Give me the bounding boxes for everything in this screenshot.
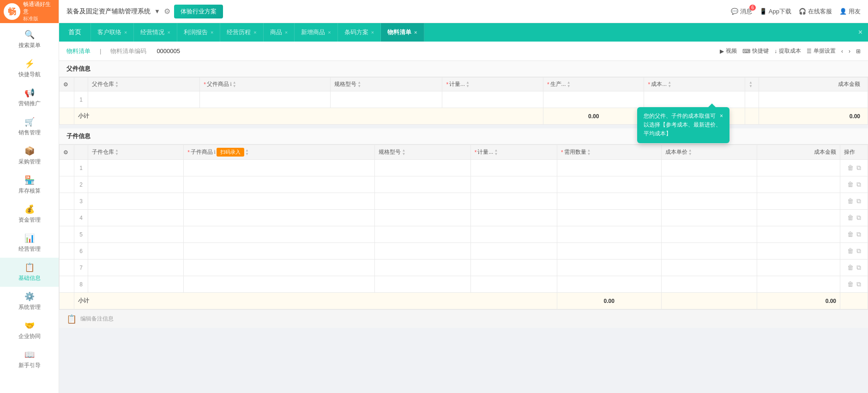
- delete-icon-3[interactable]: 🗑: [847, 197, 854, 205]
- delete-icon-8[interactable]: 🗑: [847, 280, 854, 288]
- copy-icon-6[interactable]: ⧉: [856, 247, 861, 255]
- app-download-item[interactable]: 📱 App下载: [760, 7, 791, 16]
- close-tab-bom[interactable]: ×: [414, 30, 417, 35]
- th-parent-warehouse[interactable]: 父件仓库▲▼: [88, 78, 200, 91]
- child-unit-cost-7[interactable]: [661, 260, 757, 276]
- sidebar-item-system[interactable]: ⚙️系统管理: [0, 287, 59, 316]
- child-qty-2[interactable]: [557, 176, 661, 193]
- th-child-qty[interactable]: *需用数量▲▼: [557, 145, 661, 160]
- th-child-spec[interactable]: 规格型号▲▼: [375, 145, 470, 160]
- child-warehouse-4[interactable]: [88, 210, 184, 226]
- delete-icon-4[interactable]: 🗑: [847, 214, 854, 222]
- shortcut-btn[interactable]: ⌨快捷键: [742, 47, 769, 55]
- sidebar-item-sales[interactable]: 🛒销售管理: [0, 112, 59, 141]
- tab-customers[interactable]: 客户联络×: [91, 23, 134, 42]
- child-spec-6[interactable]: [375, 243, 470, 260]
- child-unit-cost-2[interactable]: [661, 176, 757, 193]
- sidebar-item-purchase[interactable]: 📦采购管理: [0, 141, 59, 170]
- th-parent-sort[interactable]: ▲▼: [745, 78, 759, 91]
- child-warehouse-5[interactable]: [88, 226, 184, 243]
- copy-icon-8[interactable]: ⧉: [856, 280, 861, 288]
- child-unit-2[interactable]: [470, 176, 557, 193]
- th-settings-parent[interactable]: ⚙: [60, 78, 74, 91]
- child-product-6[interactable]: [184, 243, 375, 260]
- delete-icon-6[interactable]: 🗑: [847, 247, 854, 255]
- trial-button[interactable]: 体验行业方案: [174, 5, 223, 18]
- tab-add-product[interactable]: 新增商品×: [295, 23, 338, 42]
- child-product-8[interactable]: [184, 276, 375, 293]
- child-unit-cost-4[interactable]: [661, 210, 757, 226]
- child-warehouse-2[interactable]: [88, 176, 184, 193]
- tab-products[interactable]: 商品×: [264, 23, 295, 42]
- close-tab-profit[interactable]: ×: [211, 30, 213, 35]
- child-unit-cost-3[interactable]: [661, 193, 757, 210]
- child-spec-7[interactable]: [375, 260, 470, 276]
- child-unit-cost-5[interactable]: [661, 226, 757, 243]
- child-spec-8[interactable]: [375, 276, 470, 293]
- sidebar-item-cooperation[interactable]: 🤝企业协同: [0, 316, 59, 345]
- parent-warehouse-cell[interactable]: [88, 91, 200, 108]
- th-parent-cost[interactable]: *成本...▲▼: [644, 78, 745, 91]
- child-unit-5[interactable]: [470, 226, 557, 243]
- sidebar-item-guide[interactable]: 📖新手引导: [0, 345, 59, 374]
- child-warehouse-1[interactable]: [88, 160, 184, 176]
- copy-icon-7[interactable]: ⧉: [856, 264, 861, 272]
- close-tab-history[interactable]: ×: [253, 30, 256, 35]
- notification-item[interactable]: 💬 消息 6: [731, 7, 752, 16]
- child-product-5[interactable]: [184, 226, 375, 243]
- user-item[interactable]: 👤 用友: [839, 7, 861, 16]
- tab-bom[interactable]: 物料清单×: [381, 23, 424, 42]
- grid-view-btn[interactable]: ⊞: [856, 48, 861, 54]
- child-qty-5[interactable]: [557, 226, 661, 243]
- child-spec-1[interactable]: [375, 160, 470, 176]
- th-parent-spec[interactable]: 规格型号▲▼: [331, 78, 442, 91]
- child-unit-1[interactable]: [470, 160, 557, 176]
- child-qty-6[interactable]: [557, 243, 661, 260]
- parent-product-cell[interactable]: [200, 91, 331, 108]
- child-warehouse-7[interactable]: [88, 260, 184, 276]
- online-service-item[interactable]: 🎧 在线客服: [799, 7, 832, 16]
- copy-icon-1[interactable]: ⧉: [856, 164, 861, 172]
- close-tab-barcode[interactable]: ×: [371, 30, 374, 35]
- child-spec-4[interactable]: [375, 210, 470, 226]
- child-spec-3[interactable]: [375, 193, 470, 210]
- delete-icon-7[interactable]: 🗑: [847, 264, 854, 272]
- child-qty-8[interactable]: [557, 276, 661, 293]
- copy-icon-2[interactable]: ⧉: [856, 181, 861, 188]
- tab-operations[interactable]: 经营情况×: [134, 23, 177, 42]
- nav-prev-btn[interactable]: ‹: [841, 48, 843, 54]
- extract-cost-btn[interactable]: ↓提取成本: [774, 47, 801, 55]
- nav-next-btn[interactable]: ›: [849, 48, 850, 54]
- child-qty-1[interactable]: [557, 160, 661, 176]
- close-all-tabs[interactable]: ×: [853, 28, 868, 36]
- system-dropdown[interactable]: ▼: [154, 8, 160, 15]
- close-tab-add-product[interactable]: ×: [328, 30, 331, 35]
- tab-barcode[interactable]: 条码方案×: [338, 23, 381, 42]
- child-warehouse-6[interactable]: [88, 243, 184, 260]
- tab-profit[interactable]: 利润报告×: [177, 23, 220, 42]
- close-tab-operations[interactable]: ×: [167, 30, 170, 35]
- child-spec-5[interactable]: [375, 226, 470, 243]
- breadcrumb-main[interactable]: 物料清单: [66, 47, 90, 55]
- th-parent-product[interactable]: *父件商品ℹ▲▼: [200, 78, 331, 91]
- child-warehouse-8[interactable]: [88, 276, 184, 293]
- tab-home[interactable]: 首页: [59, 23, 91, 42]
- delete-icon-2[interactable]: 🗑: [847, 181, 854, 188]
- sidebar-item-search[interactable]: 🔍搜索菜单: [0, 25, 59, 54]
- gear-icon[interactable]: ⚙: [164, 7, 170, 16]
- th-child-unit-cost[interactable]: 成本单价▲▼: [661, 145, 757, 160]
- parent-produce-cell[interactable]: [543, 91, 644, 108]
- tooltip-close[interactable]: ×: [720, 112, 723, 121]
- video-btn[interactable]: ▶视频: [720, 47, 737, 55]
- copy-icon-4[interactable]: ⧉: [856, 214, 861, 222]
- child-unit-8[interactable]: [470, 276, 557, 293]
- child-product-3[interactable]: [184, 193, 375, 210]
- single-settings-btn[interactable]: ☰单据设置: [807, 47, 836, 55]
- delete-icon-5[interactable]: 🗑: [847, 230, 854, 238]
- child-qty-4[interactable]: [557, 210, 661, 226]
- parent-unit-cell[interactable]: [442, 91, 543, 108]
- parent-cost-cell[interactable]: [644, 91, 745, 108]
- child-qty-7[interactable]: [557, 260, 661, 276]
- close-tab-customers[interactable]: ×: [124, 30, 127, 35]
- child-product-1[interactable]: [184, 160, 375, 176]
